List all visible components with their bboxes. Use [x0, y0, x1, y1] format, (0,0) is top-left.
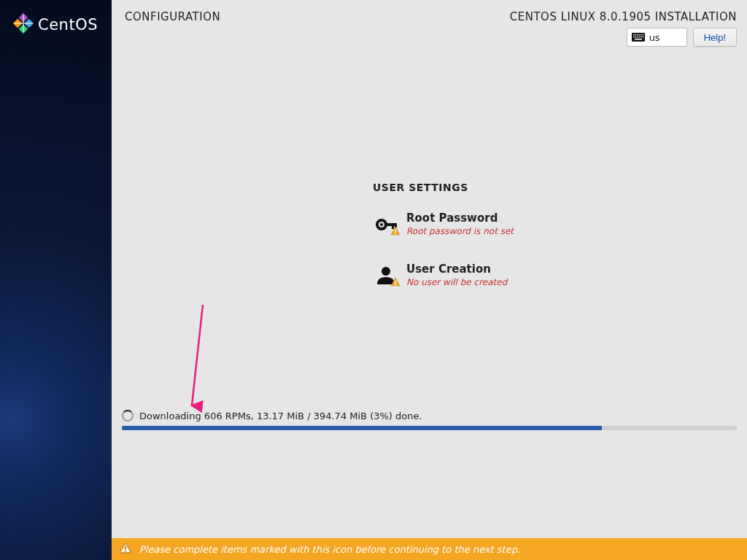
keyboard-layout-label: us [649, 32, 660, 43]
warning-triangle-icon [119, 542, 132, 557]
svg-rect-18 [642, 36, 643, 38]
svg-rect-9 [637, 34, 638, 36]
warning-badge-icon [390, 276, 400, 290]
brand: CentOS [0, 13, 112, 36]
progress-area: Downloading 606 RPMs, 13.17 MiB / 394.74… [122, 410, 737, 430]
svg-rect-10 [638, 34, 640, 36]
user-creation-status: No user will be created [406, 277, 507, 287]
brand-text: CentOS [38, 16, 98, 34]
svg-rect-16 [638, 36, 640, 38]
header: CONFIGURATION CENTOS LINUX 8.0.1905 INST… [125, 10, 737, 47]
svg-point-27 [382, 267, 390, 276]
header-right: CENTOS LINUX 8.0.1905 INSTALLATION us He… [510, 10, 737, 47]
svg-rect-8 [635, 34, 636, 36]
user-icon [373, 262, 399, 289]
svg-rect-12 [642, 34, 643, 36]
centos-logo-icon [13, 13, 34, 36]
user-creation-spoke[interactable]: User Creation No user will be created [373, 262, 507, 289]
help-button[interactable]: Help! [693, 28, 737, 47]
svg-rect-13 [633, 36, 635, 38]
svg-rect-17 [640, 36, 642, 38]
svg-line-30 [192, 305, 203, 405]
svg-rect-28 [395, 281, 395, 284]
root-password-status: Root password is not set [406, 226, 514, 236]
svg-rect-11 [640, 34, 642, 36]
warning-bar-text: Please complete items marked with this i… [139, 544, 520, 555]
svg-rect-26 [395, 233, 395, 234]
keyboard-layout-indicator[interactable]: us [627, 28, 687, 47]
spinner-icon [122, 410, 133, 421]
user-settings-section-title: USER SETTINGS [373, 182, 468, 193]
progress-status-text: Downloading 606 RPMs, 13.17 MiB / 394.74… [139, 411, 422, 421]
svg-rect-15 [637, 36, 638, 38]
root-password-spoke[interactable]: Root Password Root password is not set [373, 211, 514, 238]
warning-bar: Please complete items marked with this i… [112, 538, 747, 560]
user-creation-title: User Creation [406, 262, 507, 276]
svg-rect-32 [125, 551, 126, 552]
key-icon [373, 211, 399, 238]
annotation-arrow [188, 305, 217, 418]
keyboard-icon [632, 32, 645, 42]
main: CONFIGURATION CENTOS LINUX 8.0.1905 INST… [112, 0, 747, 560]
svg-rect-25 [395, 230, 395, 233]
svg-rect-29 [395, 284, 395, 285]
svg-rect-19 [635, 39, 642, 40]
root-password-title: Root Password [406, 211, 514, 225]
progress-bar-fill [122, 426, 602, 430]
page-title: CONFIGURATION [125, 10, 220, 23]
warning-badge-icon [390, 225, 400, 239]
svg-point-21 [380, 223, 383, 226]
progress-bar [122, 426, 737, 430]
svg-rect-31 [125, 546, 126, 550]
svg-rect-7 [633, 34, 635, 36]
sidebar: CentOS [0, 0, 112, 560]
svg-rect-14 [635, 36, 636, 38]
install-title: CENTOS LINUX 8.0.1905 INSTALLATION [510, 10, 737, 23]
